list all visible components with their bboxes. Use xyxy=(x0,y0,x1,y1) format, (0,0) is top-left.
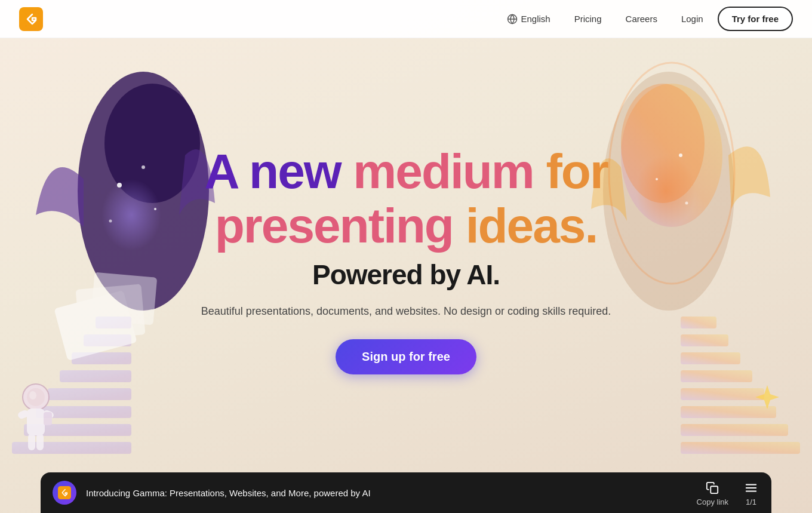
hero-word-a: A new xyxy=(204,144,353,198)
svg-point-6 xyxy=(142,165,145,169)
svg-rect-41 xyxy=(681,370,752,382)
svg-rect-14 xyxy=(72,352,131,364)
svg-rect-22 xyxy=(27,408,45,435)
svg-rect-24 xyxy=(42,409,54,419)
login-label: Login xyxy=(681,14,703,24)
svg-rect-39 xyxy=(681,406,776,418)
svg-rect-15 xyxy=(84,334,131,346)
careers-label: Careers xyxy=(626,14,657,24)
svg-point-31 xyxy=(621,84,705,203)
bottom-notification-bar: Introducing Gamma: Presentations, Websit… xyxy=(41,472,771,513)
svg-rect-18 xyxy=(76,284,146,340)
try-free-label: Try for free xyxy=(732,14,779,24)
hero-word-presenting: presenting xyxy=(215,198,466,253)
svg-rect-37 xyxy=(681,442,800,454)
svg-rect-44 xyxy=(681,317,716,328)
svg-rect-12 xyxy=(48,388,131,400)
login-button[interactable]: Login xyxy=(672,9,713,29)
globe-icon xyxy=(507,14,518,24)
hero-subtitle: Powered by AI. xyxy=(201,259,611,291)
copy-icon xyxy=(704,480,721,496)
svg-point-20 xyxy=(23,384,49,410)
svg-rect-45 xyxy=(58,486,71,499)
svg-rect-38 xyxy=(681,424,788,436)
svg-rect-23 xyxy=(17,409,29,419)
svg-rect-17 xyxy=(54,290,137,361)
hero-content: A new medium for presenting ideas. Power… xyxy=(201,145,611,374)
gamma-logo-icon xyxy=(19,7,43,31)
svg-point-8 xyxy=(109,220,112,223)
svg-point-2 xyxy=(78,72,209,311)
hero-description: Beautiful presentations, documents, and … xyxy=(201,305,611,318)
hero-title-line2: presenting ideas. xyxy=(201,199,611,253)
svg-rect-42 xyxy=(681,352,740,364)
svg-rect-25 xyxy=(28,434,35,450)
svg-rect-0 xyxy=(19,7,43,31)
copy-link-button[interactable]: Copy link xyxy=(697,480,728,506)
svg-rect-46 xyxy=(711,486,718,493)
svg-point-30 xyxy=(621,84,722,227)
hero-title-line1: A new medium for xyxy=(201,145,611,198)
gamma-avatar-icon xyxy=(58,486,71,499)
svg-rect-28 xyxy=(44,412,52,425)
svg-rect-26 xyxy=(36,434,44,450)
svg-point-7 xyxy=(154,208,156,210)
logo-link[interactable] xyxy=(19,7,43,31)
svg-rect-16 xyxy=(96,317,131,328)
svg-point-33 xyxy=(679,153,682,157)
signup-button[interactable]: Sign up for free xyxy=(336,339,476,374)
page-counter: 1/1 xyxy=(743,480,759,506)
svg-rect-11 xyxy=(36,406,131,418)
hero-word-for: for xyxy=(546,144,608,198)
careers-button[interactable]: Careers xyxy=(616,9,667,29)
pricing-button[interactable]: Pricing xyxy=(565,9,611,29)
navbar: English Pricing Careers Login Try for fr… xyxy=(0,0,812,38)
svg-point-4 xyxy=(102,179,161,251)
bottom-bar-actions: Copy link 1/1 xyxy=(697,480,759,506)
svg-rect-10 xyxy=(24,424,131,436)
svg-point-5 xyxy=(117,183,122,188)
bottom-bar-avatar xyxy=(53,481,76,505)
pricing-label: Pricing xyxy=(574,14,602,24)
copy-link-label: Copy link xyxy=(697,497,728,506)
svg-point-21 xyxy=(27,388,45,406)
hero-word-medium: medium xyxy=(353,144,546,198)
svg-point-3 xyxy=(104,84,200,203)
svg-point-36 xyxy=(609,63,734,284)
svg-rect-43 xyxy=(681,334,728,346)
svg-point-34 xyxy=(656,178,658,180)
svg-point-35 xyxy=(685,202,688,205)
notification-text: Introducing Gamma: Presentations, Websit… xyxy=(86,488,687,498)
svg-point-32 xyxy=(636,155,696,227)
svg-rect-40 xyxy=(681,388,764,400)
nav-right: English Pricing Careers Login Try for fr… xyxy=(497,7,793,31)
svg-point-29 xyxy=(603,72,734,311)
svg-point-27 xyxy=(29,391,36,400)
signup-label: Sign up for free xyxy=(362,350,450,363)
language-label: English xyxy=(521,14,550,24)
try-free-button[interactable]: Try for free xyxy=(718,7,793,31)
page-counter-text: 1/1 xyxy=(746,497,756,506)
language-button[interactable]: English xyxy=(497,9,560,29)
svg-rect-19 xyxy=(91,272,158,325)
hero-section: A new medium for presenting ideas. Power… xyxy=(0,0,812,513)
hero-word-ideas: ideas. xyxy=(466,198,597,253)
svg-rect-13 xyxy=(60,370,131,382)
svg-rect-9 xyxy=(12,442,131,454)
list-icon xyxy=(743,480,759,496)
